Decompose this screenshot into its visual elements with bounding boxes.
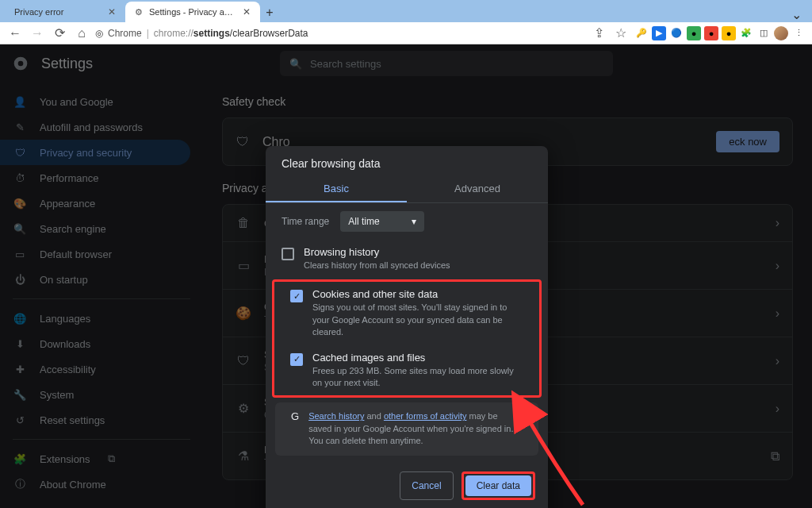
clear-data-button[interactable]: Clear data	[465, 475, 531, 496]
close-icon[interactable]: ✕	[106, 6, 117, 17]
extension-icon[interactable]: 🔑	[634, 26, 649, 40]
cookie-icon: 🍪	[236, 306, 251, 321]
time-range-label: Time range	[282, 216, 329, 227]
extension-icon[interactable]: ●	[722, 26, 736, 40]
browser-icon: ▭	[13, 247, 27, 261]
reload-button[interactable]: ⟳	[51, 25, 68, 42]
forward-button[interactable]: →	[29, 25, 46, 42]
checkbox[interactable]: ✓	[290, 353, 303, 366]
checkbox-cookies[interactable]: ✓ Cookies and other site dataSigns you o…	[274, 282, 539, 344]
tab-advanced[interactable]: Advanced	[407, 176, 548, 202]
chevron-down-icon[interactable]: ⌄	[788, 6, 804, 22]
globe-icon: 🌐	[13, 311, 27, 325]
extension-icon[interactable]: ▶	[652, 26, 666, 40]
page-title: Settings	[41, 56, 93, 72]
sidebar-item-default-browser[interactable]: ▭Default browser	[0, 241, 190, 267]
annotation-highlight: Clear data	[462, 471, 535, 500]
annotation-highlight: ✓ Cookies and other site dataSigns you o…	[272, 279, 542, 398]
chevron-right-icon: ›	[776, 354, 779, 368]
sidebar-item-about[interactable]: ⓘAbout Chrome	[0, 471, 190, 497]
sidebar-item-languages[interactable]: 🌐Languages	[0, 306, 190, 331]
sidebar-item-search-engine[interactable]: 🔍Search engine	[0, 216, 190, 241]
new-tab-button[interactable]: +	[260, 3, 279, 22]
bookmark-icon[interactable]: ☆	[612, 25, 630, 42]
time-range-row: Time range All time ▾	[266, 203, 548, 240]
shield-icon: 🛡	[236, 354, 251, 368]
download-icon: ⬇	[13, 337, 27, 351]
extension-icon[interactable]: ●	[687, 26, 701, 40]
chevron-down-icon: ▾	[412, 216, 416, 227]
check-now-button[interactable]: eck now	[716, 131, 779, 152]
other-activity-link[interactable]: other forms of activity	[384, 411, 467, 421]
side-panel-icon[interactable]: ◫	[756, 26, 771, 40]
chevron-right-icon: ›	[776, 259, 779, 273]
toggle-icon: ▭	[236, 258, 251, 273]
sidebar-item-on-startup[interactable]: ⏻On startup	[0, 267, 190, 292]
extensions-icon[interactable]: 🧩	[739, 26, 753, 40]
checkbox-browsing-history[interactable]: Browsing historyClears history from all …	[266, 240, 548, 278]
browser-tab-1[interactable]: ⚙ Settings - Privacy and security ✕	[125, 2, 260, 22]
shield-icon: 🛡	[236, 135, 250, 149]
extension-icon[interactable]: ●	[704, 26, 718, 40]
search-settings-input[interactable]: 🔍 Search settings	[280, 51, 613, 76]
chevron-right-icon: ›	[776, 306, 779, 321]
sidebar-item-accessibility[interactable]: ✚Accessibility	[0, 356, 190, 382]
divider	[13, 298, 190, 299]
home-button[interactable]: ⌂	[73, 25, 90, 42]
sidebar-item-appearance[interactable]: 🎨Appearance	[0, 190, 190, 216]
browser-tab-0[interactable]: Privacy error ✕	[6, 2, 125, 22]
sidebar-item-privacy[interactable]: 🛡Privacy and security	[0, 140, 190, 165]
speed-icon: ⏱	[13, 171, 27, 185]
share-icon[interactable]: ⇪	[590, 25, 607, 42]
sidebar-item-extensions[interactable]: 🧩Extensions⧉	[0, 446, 190, 471]
tab-strip: Privacy error ✕ ⚙ Settings - Privacy and…	[0, 0, 812, 22]
info-icon: ⓘ	[13, 477, 27, 491]
chrome-label: Chrome	[108, 28, 142, 39]
tab-title: Privacy error	[14, 7, 102, 17]
checkbox-cached[interactable]: ✓ Cached images and filesFrees up 293 MB…	[274, 345, 539, 396]
external-icon: ⧉	[771, 449, 779, 464]
sidebar-item-you-and-google[interactable]: 👤You and Google	[0, 89, 190, 114]
settings-icon: ⚙	[133, 6, 144, 17]
settings-sidebar: 👤You and Google ✎Autofill and passwords …	[0, 83, 203, 508]
clear-browsing-data-dialog: Clear browsing data Basic Advanced Time …	[266, 146, 548, 508]
google-icon: G	[291, 410, 299, 422]
sidebar-item-performance[interactable]: ⏱Performance	[0, 165, 190, 190]
chevron-right-icon: ›	[776, 216, 779, 230]
chevron-right-icon: ›	[776, 402, 779, 416]
sidebar-item-autofill[interactable]: ✎Autofill and passwords	[0, 114, 190, 140]
section-safety-check: Safety check	[222, 95, 793, 108]
extension-icon[interactable]: 🔵	[669, 26, 684, 40]
dialog-actions: Cancel Clear data	[266, 460, 548, 508]
power-icon: ⏻	[13, 272, 27, 287]
time-range-select[interactable]: All time ▾	[340, 211, 423, 232]
svg-point-1	[18, 61, 24, 67]
search-icon: 🔍	[13, 221, 27, 236]
dialog-title: Clear browsing data	[266, 146, 548, 176]
cancel-button[interactable]: Cancel	[400, 471, 453, 500]
sidebar-item-system[interactable]: 🔧System	[0, 382, 190, 407]
sidebar-item-reset[interactable]: ↺Reset settings	[0, 407, 190, 433]
extension-icons: 🔑 ▶ 🔵 ● ● ● 🧩 ◫ ⋮	[634, 26, 806, 40]
settings-page: Settings 🔍 Search settings 👤You and Goog…	[0, 44, 812, 508]
menu-icon[interactable]: ⋮	[791, 26, 806, 40]
close-icon[interactable]: ✕	[241, 6, 252, 17]
chrome-icon: ◎	[95, 28, 103, 39]
checkbox[interactable]	[282, 248, 294, 260]
divider	[13, 439, 190, 440]
google-activity-note: G Search history and other forms of acti…	[275, 402, 538, 455]
back-button[interactable]: ←	[6, 25, 24, 42]
dialog-tabs: Basic Advanced	[266, 176, 548, 203]
search-placeholder: Search settings	[310, 58, 381, 70]
person-icon: 👤	[13, 94, 27, 109]
trash-icon: 🗑	[236, 216, 251, 230]
checkbox[interactable]: ✓	[290, 290, 303, 302]
address-bar[interactable]: ◎ Chrome | chrome://settings/clearBrowse…	[95, 25, 585, 42]
sliders-icon: ⚙	[236, 401, 251, 416]
settings-header: Settings 🔍 Search settings	[0, 44, 812, 83]
search-history-link[interactable]: Search history	[308, 411, 364, 421]
profile-avatar[interactable]	[774, 26, 788, 40]
browser-toolbar: ← → ⟳ ⌂ ◎ Chrome | chrome://settings/cle…	[0, 22, 812, 44]
tab-basic[interactable]: Basic	[266, 176, 407, 202]
sidebar-item-downloads[interactable]: ⬇Downloads	[0, 331, 190, 356]
